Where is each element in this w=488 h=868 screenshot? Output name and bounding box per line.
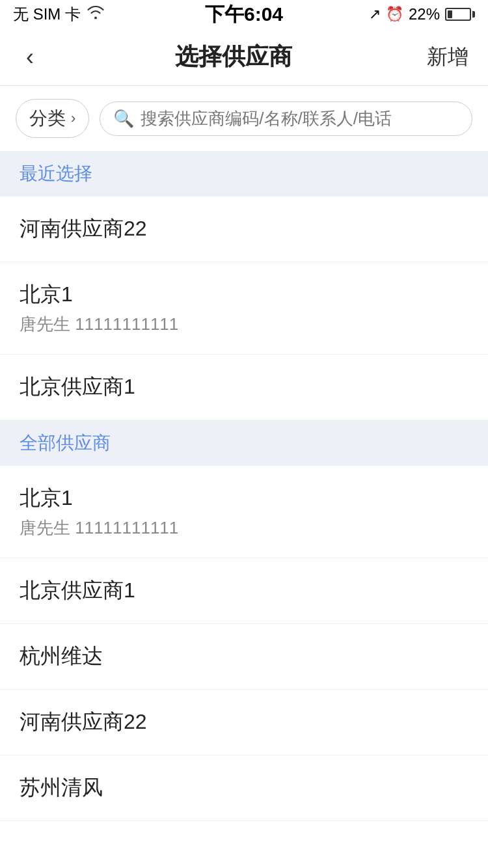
list-item-name: 北京1 — [20, 484, 468, 513]
page-title: 选择供应商 — [175, 41, 292, 73]
section-header-all: 全部供应商 — [0, 420, 488, 466]
status-left: 无 SIM 卡 — [13, 4, 105, 25]
back-button[interactable]: ‹ — [20, 37, 40, 77]
search-input-wrap: 🔍 — [100, 102, 472, 136]
list-item[interactable]: 北京1唐先生 11111111111 — [0, 466, 488, 558]
list-item[interactable]: 北京供应商1 — [0, 355, 488, 420]
search-bar-area: 分类 › 🔍 — [0, 86, 488, 151]
battery-icon — [445, 8, 475, 21]
sections-container: 最近选择河南供应商22北京1唐先生 11111111111北京供应商1全部供应商… — [0, 151, 488, 821]
add-button[interactable]: 新增 — [427, 43, 468, 72]
list-item[interactable]: 河南供应商22 — [0, 690, 488, 755]
search-icon: 🔍 — [113, 109, 134, 129]
section-header-recent: 最近选择 — [0, 151, 488, 197]
nav-bar: ‹ 选择供应商 新增 — [0, 29, 488, 86]
list-item-name: 苏州清风 — [20, 774, 468, 802]
list-item-sub: 唐先生 11111111111 — [20, 517, 468, 539]
status-bar: 无 SIM 卡 下午6:04 ↗ ⏰ 22% — [0, 0, 488, 29]
list-item-name: 河南供应商22 — [20, 215, 468, 243]
list-item-name: 杭州维达 — [20, 642, 468, 671]
list-item-name: 北京1 — [20, 280, 468, 309]
list-item-sub: 唐先生 11111111111 — [20, 313, 468, 336]
list-item[interactable]: 杭州维达 — [0, 624, 488, 690]
list-item[interactable]: 苏州清风 — [0, 755, 488, 821]
status-right: ↗ ⏰ 22% — [369, 5, 475, 23]
wifi-icon — [86, 5, 105, 23]
list-item-name: 河南供应商22 — [20, 708, 468, 737]
section-label-recent: 最近选择 — [20, 163, 92, 183]
location-icon: ↗ — [369, 6, 381, 23]
carrier-text: 无 SIM 卡 — [13, 4, 81, 25]
section-label-all: 全部供应商 — [20, 433, 111, 453]
search-input[interactable] — [141, 109, 459, 129]
battery-percent: 22% — [409, 5, 440, 23]
status-time: 下午6:04 — [205, 1, 283, 28]
list-item[interactable]: 河南供应商22 — [0, 197, 488, 262]
list-item[interactable]: 北京供应商1 — [0, 558, 488, 624]
list-item[interactable]: 北京1唐先生 11111111111 — [0, 262, 488, 355]
chevron-right-icon: › — [71, 110, 75, 127]
category-label: 分类 — [29, 106, 66, 131]
list-item-name: 北京供应商1 — [20, 576, 468, 605]
category-button[interactable]: 分类 › — [16, 99, 89, 138]
list-item-name: 北京供应商1 — [20, 373, 468, 401]
alarm-icon: ⏰ — [386, 6, 403, 23]
